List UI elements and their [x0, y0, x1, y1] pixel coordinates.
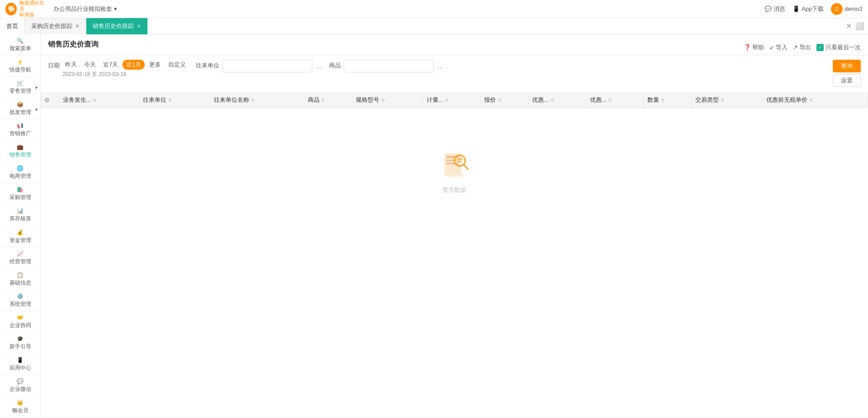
app-selector[interactable]: 办公用品行业模拟账套 ▾ [50, 3, 121, 15]
sidebar-item-purchase-mgmt[interactable]: 🛍️ 采购管理 [0, 184, 40, 205]
date-opt-today[interactable]: 今天 [81, 60, 99, 70]
message-icon: 💬 [764, 5, 772, 12]
sidebar-item-retail-mgmt[interactable]: 🛒 零售管理 ▾ [0, 77, 40, 98]
operations-icon: 📈 [17, 251, 24, 257]
sidebar-item-app-center[interactable]: 📱 应用中心 [0, 354, 40, 375]
sidebar-item-search-menu[interactable]: 🔍 搜索菜单 [0, 34, 40, 56]
th-pretax-price[interactable]: 优惠前无税单价 ⇅ [763, 92, 868, 108]
table-header-row: ⚙ 业务发生... ⇅ 往来单位 ⇅ 往来单位名称 ⇅ [41, 92, 868, 108]
th-unit[interactable]: 计量... ⇅ [423, 92, 480, 108]
sidebar-item-inventory[interactable]: 📊 库存核算 [0, 205, 40, 226]
sidebar-item-finance[interactable]: 💰 资金管理 [0, 226, 40, 247]
sidebar-item-basic-info[interactable]: 📋 基础信息 [0, 269, 40, 290]
th-trade-type[interactable]: 交易类型 ⇅ [692, 92, 763, 108]
query-button[interactable]: 查询 [833, 60, 861, 72]
enterprise-collab-icon: 🤝 [17, 314, 24, 321]
date-opt-1month[interactable]: 近1月 [123, 60, 145, 70]
product-input-group: ... [344, 60, 443, 72]
finance-icon: 💰 [17, 229, 24, 236]
empty-illustration [436, 144, 472, 180]
svg-line-6 [464, 165, 468, 169]
th-discount2[interactable]: 优惠... ⇅ [586, 92, 643, 108]
date-opt-more[interactable]: 更多 [146, 60, 164, 70]
empty-text: 暂无数据 [443, 186, 466, 194]
sidebar-item-operations[interactable]: 📈 经营管理 [0, 247, 40, 269]
date-filter-group: 日期 昨天 今天 近7天 近1月 更多 自定义 2023-02-18 至 202… [48, 60, 189, 78]
only-last-checkbox[interactable]: ✓ [816, 44, 824, 51]
ecommerce-mgmt-icon: 🌐 [17, 165, 24, 171]
sidebar-item-marketing[interactable]: 📢 营销推广 [0, 119, 40, 141]
export-button[interactable]: ↗ 导出 [793, 43, 811, 52]
date-opt-custom[interactable]: 自定义 [165, 60, 189, 70]
beginner-guide-icon: 🎓 [17, 336, 24, 342]
sidebar-item-ecommerce-mgmt[interactable]: 🌐 电商管理 [0, 162, 40, 184]
table-settings-icon[interactable]: ⚙ [44, 97, 50, 104]
sidebar-item-sales-mgmt[interactable]: 💼 销售管理 [0, 141, 40, 162]
help-icon: ❓ [744, 44, 751, 51]
logo-icon: 畅 [5, 3, 17, 15]
top-bar-right: 💬 消息 📱 App下载 D demo2 [764, 3, 863, 15]
partner-dots-button[interactable]: ... [315, 62, 322, 71]
avatar: D [831, 3, 843, 15]
top-bar-left: 畅 畅捷通好生意 标准版 办公用品行业模拟账套 ▾ [5, 0, 121, 18]
tab-sales-history[interactable]: 销售历史价跟踪 ✕ [86, 18, 148, 34]
app-download-button[interactable]: 📱 App下载 [793, 5, 824, 13]
import-button[interactable]: ↙ 导入 [769, 43, 788, 52]
partner-input-group: ... [222, 60, 322, 72]
sidebar-item-enterprise-collab[interactable]: 🤝 企业协同 [0, 311, 40, 332]
product-dots-button[interactable]: ... [437, 62, 443, 71]
empty-state: 暂无数据 [41, 108, 868, 230]
th-partner-code[interactable]: 往来单位 ⇅ [139, 92, 210, 108]
table-area: ⚙ 业务发生... ⇅ 往来单位 ⇅ 往来单位名称 ⇅ [41, 92, 868, 418]
date-label: 日期 [48, 60, 60, 70]
empty-state-row: 暂无数据 [41, 108, 868, 231]
tab-bar-actions: ✕ ⬜ [846, 22, 868, 30]
sidebar-item-wholesale-mgmt[interactable]: 📦 批发管理 ▴ [0, 98, 40, 119]
th-biz-date[interactable]: 业务发生... ⇅ [59, 92, 139, 108]
user-area[interactable]: D demo2 [831, 3, 863, 15]
th-product[interactable]: 商品 ⇅ [304, 92, 352, 108]
wholesale-mgmt-expand-icon: ▴ [35, 106, 38, 111]
basic-info-icon: 📋 [17, 272, 24, 278]
main-layout: 🔍 搜索菜单 ⚡ 快捷导航 🛒 零售管理 ▾ 📦 批发管理 ▴ 📢 营销推广 💼… [0, 34, 868, 418]
page-header-actions: ❓ 帮助 ↙ 导入 ↗ 导出 ✓ 只看最后一次 [744, 43, 861, 52]
sort-quote-icon: ⇅ [498, 98, 501, 103]
tab-purchase-history-close[interactable]: ✕ [75, 23, 80, 29]
date-opt-yesterday[interactable]: 昨天 [62, 60, 80, 70]
message-button[interactable]: 💬 消息 [764, 5, 785, 13]
th-partner-name[interactable]: 往来单位名称 ⇅ [210, 92, 304, 108]
settings-button[interactable]: 设置 [833, 74, 861, 87]
sort-product-icon: ⇅ [321, 98, 325, 103]
close-all-tabs-button[interactable]: ✕ [846, 22, 852, 30]
sidebar-item-quick-nav[interactable]: ⚡ 快捷导航 [0, 56, 40, 77]
product-input[interactable] [344, 60, 434, 72]
date-opt-7days[interactable]: 近7天 [100, 60, 121, 70]
th-discount1[interactable]: 优惠... ⇅ [528, 92, 586, 108]
partner-label: 往来单位 [196, 60, 219, 70]
marketing-icon: 📢 [17, 123, 24, 129]
sidebar-item-system-mgmt[interactable]: ⚙️ 系统管理 [0, 290, 40, 311]
sidebar-item-member[interactable]: 👑 畅会员 [0, 397, 40, 418]
date-options: 昨天 今天 近7天 近1月 更多 自定义 [62, 60, 189, 70]
member-icon: 👑 [17, 399, 24, 406]
sidebar-item-enterprise-wechat[interactable]: 💬 企业微信 [0, 375, 40, 397]
tab-home[interactable]: 首页 [0, 18, 25, 34]
partner-input[interactable] [222, 60, 312, 72]
th-spec[interactable]: 规格型号 ⇅ [352, 92, 423, 108]
chevron-down-icon: ▾ [114, 5, 117, 12]
tab-sales-history-close[interactable]: ✕ [137, 23, 141, 29]
tab-purchase-history[interactable]: 采购历史价跟踪 ✕ [25, 18, 86, 34]
maximize-button[interactable]: ⬜ [855, 22, 864, 30]
search-menu-icon: 🔍 [17, 38, 24, 44]
table-body: 暂无数据 [41, 108, 868, 231]
th-quantity[interactable]: 数量 ⇅ [644, 92, 692, 108]
th-settings[interactable]: ⚙ [41, 92, 59, 108]
partner-filter-group: 往来单位 ... [196, 60, 322, 72]
th-quote[interactable]: 报价 ⇅ [481, 92, 528, 108]
retail-mgmt-expand-icon: ▾ [35, 85, 38, 90]
sidebar-item-beginner-guide[interactable]: 🎓 新手引导 [0, 333, 40, 354]
help-button[interactable]: ❓ 帮助 [744, 43, 764, 52]
product-label: 商品 [329, 60, 341, 70]
sort-partner-name-icon: ⇅ [251, 98, 255, 103]
app-center-icon: 📱 [17, 357, 24, 363]
